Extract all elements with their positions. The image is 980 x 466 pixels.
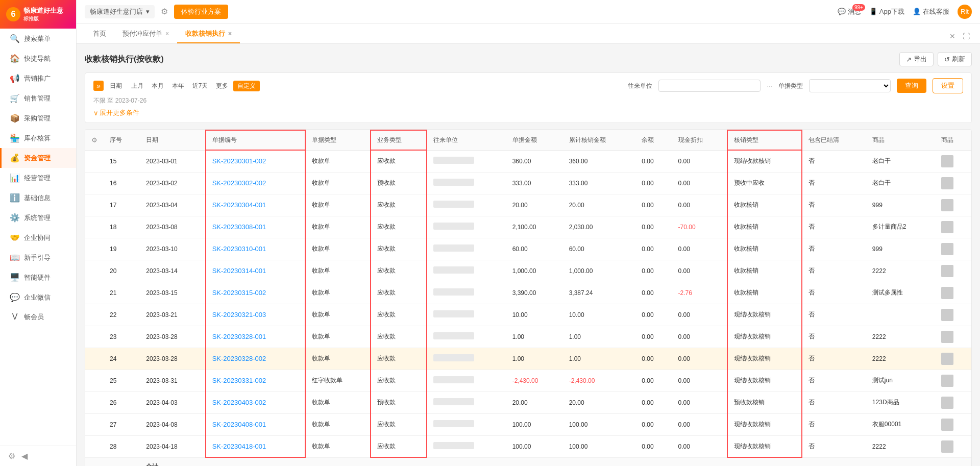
online-service-button[interactable]: 👤 在线客服: [913, 7, 949, 16]
cell-amount: 3,390.00: [506, 282, 563, 304]
sidebar-settings-icon[interactable]: ⚙: [8, 451, 15, 461]
cell-no: 15: [104, 150, 140, 172]
sidebar-item-purchase[interactable]: 📦 采购管理: [0, 108, 76, 128]
cell-doc-no: SK-20230315-002: [206, 282, 305, 304]
messages-button[interactable]: 💬 消息 99+: [838, 7, 861, 16]
tab-maximize-button[interactable]: ⛶: [961, 31, 972, 41]
workspace-name: 畅康道好生意门店: [90, 7, 143, 16]
cell-goods2: [935, 150, 971, 172]
doc-no-link[interactable]: SK-20230302-002: [212, 179, 266, 187]
sidebar-item-hardware[interactable]: 🖥️ 智能硬件: [0, 267, 76, 287]
gear-icon[interactable]: ⚙: [161, 7, 168, 16]
tab-payable-close[interactable]: ×: [165, 30, 169, 37]
cell-no: 28: [104, 435, 140, 457]
export-button[interactable]: ↗ 导出: [899, 52, 934, 66]
doc-no-link[interactable]: SK-20230314-001: [212, 267, 266, 275]
cell-biz-type: 应收款: [371, 282, 427, 304]
settings-filter-button[interactable]: 设置: [933, 78, 963, 93]
date-buttons: 上月 本月 本年 近7天 更多 自定义: [128, 81, 260, 91]
cell-settings: [85, 435, 104, 457]
table-footer: 合计: [85, 457, 971, 466]
date-7days-btn[interactable]: 近7天: [189, 81, 211, 91]
date-last-month-btn[interactable]: 上月: [128, 81, 146, 91]
sidebar-item-sales[interactable]: 🛒 销售管理: [0, 88, 76, 108]
sidebar-item-finance[interactable]: 💰 资金管理: [0, 148, 76, 168]
date-this-year-btn[interactable]: 本年: [169, 81, 187, 91]
sidebar-collapse-icon[interactable]: ◀: [21, 451, 28, 461]
cell-biz-type: 应收款: [371, 435, 427, 457]
column-settings-icon[interactable]: ⚙: [91, 136, 97, 144]
doc-no-link[interactable]: SK-20230328-001: [212, 333, 266, 340]
tab-home[interactable]: 首页: [85, 25, 114, 43]
sidebar-item-member[interactable]: V 畅会员: [0, 307, 76, 327]
partner-input[interactable]: [658, 80, 761, 92]
doc-no-link[interactable]: SK-20230418-001: [212, 443, 266, 450]
messages-badge: 99+: [852, 4, 865, 11]
date-this-month-btn[interactable]: 本月: [149, 81, 167, 91]
col-include-settled-header: 包含已结清: [802, 130, 866, 150]
filter-expand-left-icon[interactable]: »: [93, 81, 104, 91]
user-avatar[interactable]: Rit: [958, 5, 972, 19]
chevron-down-icon: ▾: [146, 8, 150, 15]
refresh-button[interactable]: ↺ 刷新: [938, 52, 972, 66]
cell-settings: [85, 260, 104, 282]
cell-doc-type: 收款单: [305, 194, 371, 216]
cell-partner: [427, 370, 506, 391]
col-settings-header[interactable]: ⚙: [85, 130, 104, 150]
sidebar-item-operation[interactable]: 📊 经营管理: [0, 168, 76, 188]
doc-no-link[interactable]: SK-20230328-002: [212, 355, 266, 362]
tab-payable[interactable]: 预付冲应付单 ×: [114, 25, 177, 43]
doc-no-link[interactable]: SK-20230331-002: [212, 377, 266, 384]
tab-close-all-button[interactable]: ✕: [947, 31, 958, 41]
app-download-button[interactable]: 📱 App下载: [869, 7, 904, 16]
table-row: 26 2023-04-03 SK-20230403-002 收款单 预收款 20…: [85, 391, 971, 413]
doc-no-link[interactable]: SK-20230304-001: [212, 201, 266, 209]
expand-more-filters-btn[interactable]: ∨ 展开更多条件: [93, 108, 139, 117]
sidebar-item-basic[interactable]: ℹ️ 基础信息: [0, 188, 76, 208]
tab-receipt[interactable]: 收款核销执行 ×: [177, 25, 240, 43]
cell-amount: 100.00: [506, 413, 563, 435]
sidebar-item-marketing[interactable]: 📢 营销推广: [0, 68, 76, 88]
cell-no: 27: [104, 413, 140, 435]
sidebar-item-system[interactable]: ⚙️ 系统管理: [0, 208, 76, 228]
doc-type-label: 单据类型: [778, 82, 803, 90]
sidebar-item-wechat[interactable]: 💬 企业微信: [0, 287, 76, 307]
date-custom-btn[interactable]: 自定义: [233, 81, 260, 91]
doc-no-link[interactable]: SK-20230403-002: [212, 399, 266, 406]
tab-receipt-label: 收款核销执行: [185, 29, 225, 38]
cell-discount: 0.00: [672, 150, 727, 172]
sidebar-item-enterprise[interactable]: 🤝 企业协同: [0, 228, 76, 248]
tab-receipt-close[interactable]: ×: [228, 30, 232, 37]
doc-no-link[interactable]: SK-20230408-001: [212, 421, 266, 428]
cell-amount: 100.00: [506, 435, 563, 457]
cell-settings: [85, 172, 104, 194]
workspace-selector[interactable]: 畅康道好生意门店 ▾: [85, 5, 155, 18]
sidebar-item-shortcut[interactable]: 🏠 快捷导航: [0, 48, 76, 68]
cell-verified: 3,387.24: [563, 282, 636, 304]
sidebar-item-label: 企业协同: [24, 233, 51, 242]
sidebar-item-inventory[interactable]: 🏪 库存核算: [0, 128, 76, 148]
cell-include-settled: 否: [802, 348, 866, 370]
sidebar-item-label: 搜索菜单: [24, 34, 51, 43]
doc-no-link[interactable]: SK-20230321-003: [212, 311, 266, 318]
sidebar-item-guide[interactable]: 📖 新手引导: [0, 248, 76, 267]
cell-verified: 1,000.00: [563, 260, 636, 282]
expand-label: 展开更多条件: [100, 108, 139, 117]
sidebar-item-search[interactable]: 🔍 搜索菜单: [0, 29, 76, 48]
cell-doc-type: 收款单: [305, 238, 371, 260]
cell-include-settled: 否: [802, 238, 866, 260]
doc-no-link[interactable]: SK-20230301-002: [212, 157, 266, 165]
date-more-btn[interactable]: 更多: [213, 81, 231, 91]
query-button[interactable]: 查询: [897, 79, 926, 93]
doc-no-link[interactable]: SK-20230310-001: [212, 245, 266, 253]
doc-no-link[interactable]: SK-20230308-001: [212, 223, 266, 231]
doc-no-link[interactable]: SK-20230315-002: [212, 289, 266, 297]
topbar: 畅康道好生意门店 ▾ ⚙ 体验行业方案 💬 消息 99+ 📱 App下载 👤 在…: [77, 0, 980, 23]
filter-row-1: » 日期 上月 本月 本年 近7天 更多 自定义 往来单位 ··· 单据类型: [93, 78, 963, 93]
cell-partner: [427, 304, 506, 326]
cell-include-settled: 否: [802, 172, 866, 194]
doc-type-select[interactable]: [809, 79, 891, 92]
cell-biz-type: 应收款: [371, 194, 427, 216]
solution-button[interactable]: 体验行业方案: [174, 5, 228, 19]
system-icon: ⚙️: [10, 213, 20, 223]
